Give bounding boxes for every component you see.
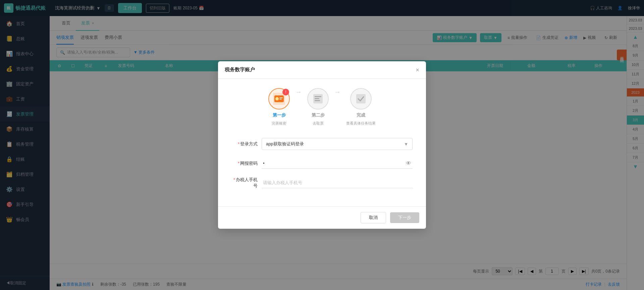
step-2-label: 第二步 [312,112,325,118]
login-method-control: app获取验证码登录 ▼ [262,138,413,150]
svg-rect-6 [315,96,321,97]
svg-rect-3 [279,97,283,98]
step-2-icon [312,93,324,105]
step-arrow-2: → [329,88,346,109]
svg-rect-4 [279,99,282,99]
login-method-label: 登录方式 [231,141,262,147]
login-method-value: app获取验证码登录 [266,141,304,147]
svg-rect-8 [315,100,320,101]
dialog-header: 税务数字账户 × [218,61,426,79]
dialog-overlay: 税务数字账户 × ! [0,0,644,290]
step-3-icon-wrap [350,88,372,110]
password-control: 👁 [262,158,413,169]
password-input[interactable] [262,158,405,168]
svg-rect-9 [356,94,366,103]
select-arrow-icon: ▼ [404,142,408,147]
svg-point-2 [275,97,279,100]
form-row-login-method: 登录方式 app获取验证码登录 ▼ [231,138,413,150]
next-button[interactable]: 下一步 [390,212,419,223]
tax-digital-dialog: 税务数字账户 × ! [218,61,426,229]
step-2-desc: 去取票 [313,121,324,126]
step-3-label: 完成 [357,112,365,118]
form-row-phone: 办税人手机号 [231,177,413,189]
form-row-password: 网报密码 👁 [231,158,413,169]
dialog-title: 税务数字账户 [225,67,255,73]
step-1-desc: 完善账密 [272,121,286,126]
step-3-desc: 查看具体任务结果 [346,121,376,126]
dialog-close-btn[interactable]: × [416,67,419,73]
step-1: ! 第一步 完善账密 [268,88,290,126]
step-2: 第二步 去取票 [307,88,329,126]
password-label: 网报密码 [231,160,262,166]
step-3-icon [355,93,367,105]
step-1-label: 第一步 [273,112,286,118]
password-field: 👁 [262,158,413,169]
login-method-select[interactable]: app获取验证码登录 ▼ [262,138,413,150]
step-1-icon-wrap: ! [268,88,290,110]
phone-input[interactable] [262,177,413,188]
step-2-icon-wrap [307,88,329,110]
password-toggle-icon[interactable]: 👁 [405,159,413,168]
step-arrow-1: → [290,88,307,109]
steps-container: ! 第一步 完善账密 → 第 [231,88,413,126]
dialog-footer: 取消 下一步 [218,206,426,229]
cancel-button[interactable]: 取消 [361,212,386,223]
phone-control [262,177,413,188]
svg-rect-7 [315,98,319,99]
phone-label: 办税人手机号 [231,177,262,189]
dialog-body: ! 第一步 完善账密 → 第 [218,79,426,206]
step-1-badge: ! [282,89,289,95]
step-3: 完成 查看具体任务结果 [346,88,376,126]
